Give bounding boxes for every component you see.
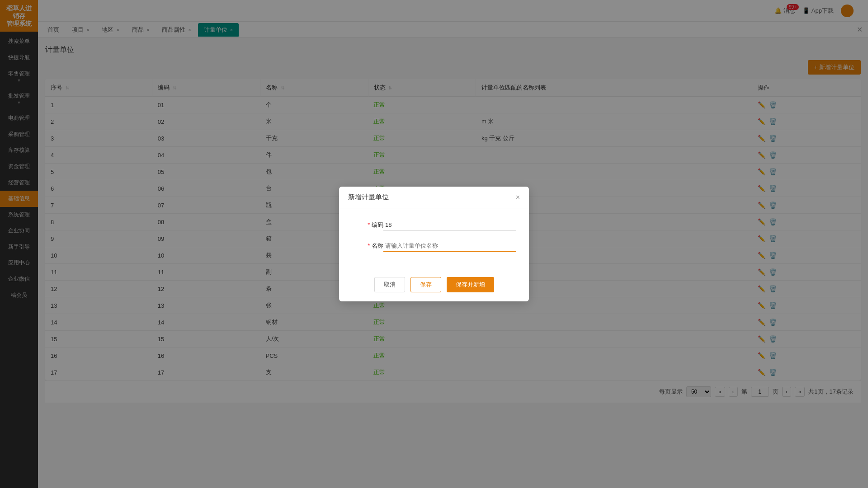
modal-close-btn[interactable]: × (516, 193, 520, 202)
code-field-row: 编码 (352, 219, 516, 231)
modal-title: 新增计量单位 (348, 193, 389, 202)
name-input[interactable] (383, 240, 516, 252)
code-label: 编码 (352, 221, 383, 229)
save-and-new-button[interactable]: 保存并新增 (447, 277, 494, 292)
modal-overlay: 新增计量单位 × 编码 名称 取消 保存 保存并新增 (0, 0, 868, 488)
modal-header: 新增计量单位 × (339, 187, 529, 208)
name-label: 名称 (352, 242, 383, 250)
add-unit-modal: 新增计量单位 × 编码 名称 取消 保存 保存并新增 (339, 187, 529, 301)
name-field-row: 名称 (352, 240, 516, 252)
code-input[interactable] (383, 219, 516, 231)
cancel-button[interactable]: 取消 (374, 277, 405, 292)
save-button[interactable]: 保存 (410, 277, 441, 292)
modal-body: 编码 名称 (339, 208, 529, 272)
modal-footer: 取消 保存 保存并新增 (339, 272, 529, 301)
